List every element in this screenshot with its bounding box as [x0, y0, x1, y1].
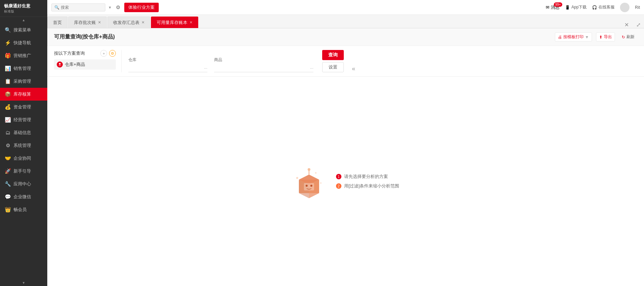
tip-text-1: 请先选择要分析的方案	[344, 174, 388, 180]
sidebar-item-operations[interactable]: 📈 经营管理	[0, 113, 47, 126]
sidebar-scroll-up[interactable]: ▲	[0, 17, 47, 24]
sidebar-item-system[interactable]: ⚙ 系统管理	[0, 139, 47, 152]
topbar-search-box[interactable]: 🔍	[51, 3, 105, 11]
sidebar-item-purchase[interactable]: 📋 采购管理	[0, 75, 47, 88]
print-template-button[interactable]: 🖨 按模板打印 ▼	[555, 32, 592, 42]
folder-icon: 🗂	[5, 130, 11, 135]
tabs-expand-button[interactable]: ⤢	[633, 22, 644, 28]
tab-available-ledger[interactable]: 可用量库存账本 ✕	[151, 17, 198, 28]
filter-icons: ＋ ⚙	[100, 50, 116, 57]
filter-right-panel: 仓库 ··· 商品 ···	[122, 50, 637, 72]
scheme-icon	[57, 61, 63, 68]
gift-icon: 🎁	[5, 53, 11, 59]
export-icon: ⬆	[599, 35, 602, 40]
filter-fields: 仓库 ··· 商品 ···	[128, 57, 313, 72]
sidebar-item-search[interactable]: 🔍 搜索菜单	[0, 24, 47, 36]
edit-scheme-button[interactable]: ⚙	[109, 50, 116, 57]
message-button[interactable]: ✉ 消息 99+	[546, 4, 560, 10]
goods-input-box: ···	[214, 64, 313, 72]
operations-icon: 📈	[5, 117, 11, 123]
settings-icon[interactable]: ⚙	[114, 4, 122, 11]
query-button[interactable]: 查询	[322, 50, 344, 60]
chevron-down-icon[interactable]: ▼	[108, 5, 112, 9]
sidebar-item-member[interactable]: 👑 畅会员	[0, 203, 47, 216]
user-avatar[interactable]	[620, 3, 629, 12]
sidebar-item-label: 畅会员	[14, 207, 27, 213]
sidebar-item-finance[interactable]: 💰 资金管理	[0, 101, 47, 113]
tab-batch-ledger[interactable]: 库存批次账 ✕	[68, 17, 107, 28]
warehouse-input[interactable]	[128, 66, 203, 71]
trial-button[interactable]: 体验行业方案	[124, 3, 159, 12]
tab-close-icon[interactable]: ✕	[98, 20, 101, 25]
sidebar-item-appcenter[interactable]: 🔧 应用中心	[0, 178, 47, 190]
tab-batch-ledger-label: 库存批次账	[74, 20, 96, 26]
mobile-icon: 📱	[565, 5, 570, 10]
wechat-icon: 💬	[5, 194, 11, 200]
sidebar-item-label: 基础信息	[14, 130, 31, 136]
search-icon: 🔍	[54, 5, 59, 10]
tab-close-icon[interactable]: ✕	[189, 20, 192, 25]
search-icon: 🔍	[5, 27, 11, 33]
brand-name: 畅康通好生意	[4, 3, 43, 9]
sidebar-item-marketing[interactable]: 🎁 营销推广	[0, 49, 47, 62]
money-icon: 💰	[5, 104, 11, 110]
printer-icon: 🖨	[558, 35, 562, 40]
warehouse-more-button[interactable]: ···	[204, 66, 207, 71]
scheme-item-warehouse-goods[interactable]: 仓库+商品	[54, 59, 116, 70]
filter-collapse-button[interactable]: «	[352, 65, 355, 72]
chevron-down-icon: ▼	[585, 35, 589, 40]
svg-point-9	[308, 168, 310, 171]
tip-item-2: 2 用[过滤]条件来缩小分析范围	[336, 183, 399, 189]
sidebar-item-label: 企业微信	[14, 194, 31, 200]
empty-tips: 1 请先选择要分析的方案 2 用[过滤]条件来缩小分析范围	[336, 174, 399, 189]
goods-input[interactable]	[214, 66, 309, 71]
search-input[interactable]	[61, 5, 101, 10]
tabs-close-all-button[interactable]: ✕	[620, 22, 633, 28]
app-download-button[interactable]: 📱 App下载	[565, 4, 587, 10]
online-service-button[interactable]: 🎧 在线客服	[592, 4, 615, 10]
empty-state: 1 请先选择要分析的方案 2 用[过滤]条件来缩小分析范围	[47, 77, 644, 286]
sidebar-brand: 畅康通好生意 标准版	[0, 0, 47, 17]
tabs-bar: 首页 库存批次账 ✕ 收发存汇总表 ✕ 可用量库存账本 ✕ ✕ ⤢	[47, 15, 644, 28]
filter-section-label: 按以下方案查询	[54, 50, 85, 56]
setting-button[interactable]: 设置	[322, 62, 344, 72]
sidebar-item-enterprise[interactable]: 🤝 企业协同	[0, 152, 47, 165]
warehouse-filter-field: 仓库 ···	[128, 57, 207, 72]
clipboard-icon: 📋	[5, 78, 11, 84]
tool-icon: 🔧	[5, 181, 11, 187]
content-area: 可用量查询(按仓库+商品) 🖨 按模板打印 ▼ ⬆ 导出 ↻ 刷新	[47, 28, 644, 286]
sidebar-item-sales[interactable]: 📊 销售管理	[0, 62, 47, 75]
tab-home[interactable]: 首页	[47, 17, 68, 28]
sidebar-item-label: 企业协同	[14, 155, 31, 161]
topbar: 🔍 ▼ ⚙ 体验行业方案 ✉ 消息 99+ 📱 App下载 🎧 在线客服 Rit	[47, 0, 644, 15]
sidebar-item-label: 新手引导	[14, 168, 31, 174]
empty-illustration	[292, 164, 326, 198]
sidebar-item-label: 营销推广	[14, 53, 31, 59]
sidebar-item-label: 搜索菜单	[14, 27, 31, 33]
brand-sub: 标准版	[4, 9, 43, 14]
tab-close-icon[interactable]: ✕	[141, 20, 145, 25]
chart-icon: 📊	[5, 66, 11, 72]
tab-receipt-summary[interactable]: 收发存汇总表 ✕	[107, 17, 150, 28]
sidebar-scroll-down[interactable]: ▼	[0, 279, 47, 286]
sidebar-item-basic[interactable]: 🗂 基础信息	[0, 126, 47, 139]
page-title: 可用量查询(按仓库+商品)	[54, 33, 115, 41]
refresh-button[interactable]: ↻ 刷新	[619, 33, 637, 41]
add-scheme-button[interactable]: ＋	[100, 50, 107, 57]
svg-point-7	[310, 185, 312, 187]
sidebar: 畅康通好生意 标准版 ▲ 🔍 搜索菜单 ⚡ 快捷导航 🎁 营销推广 📊 销售管理…	[0, 0, 47, 286]
service-label: 在线客服	[598, 4, 615, 10]
goods-more-button[interactable]: ···	[310, 66, 313, 71]
warehouse-input-box: ···	[128, 64, 207, 72]
sidebar-item-inventory[interactable]: 📦 库存核算	[0, 88, 47, 101]
app-label: App下载	[571, 4, 587, 10]
sidebar-item-wechat[interactable]: 💬 企业微信	[0, 190, 47, 203]
export-button[interactable]: ⬆ 导出	[596, 32, 615, 42]
sidebar-item-shortcut[interactable]: ⚡ 快捷导航	[0, 36, 47, 49]
username-label[interactable]: Rit	[635, 5, 640, 10]
sidebar-item-label: 经营管理	[14, 117, 31, 123]
tip-num-2: 2	[336, 183, 341, 189]
sidebar-item-guide[interactable]: 🚀 新手引导	[0, 165, 47, 178]
sidebar-item-label: 采购管理	[14, 78, 31, 84]
main-area: 🔍 ▼ ⚙ 体验行业方案 ✉ 消息 99+ 📱 App下载 🎧 在线客服 Rit	[47, 0, 644, 286]
